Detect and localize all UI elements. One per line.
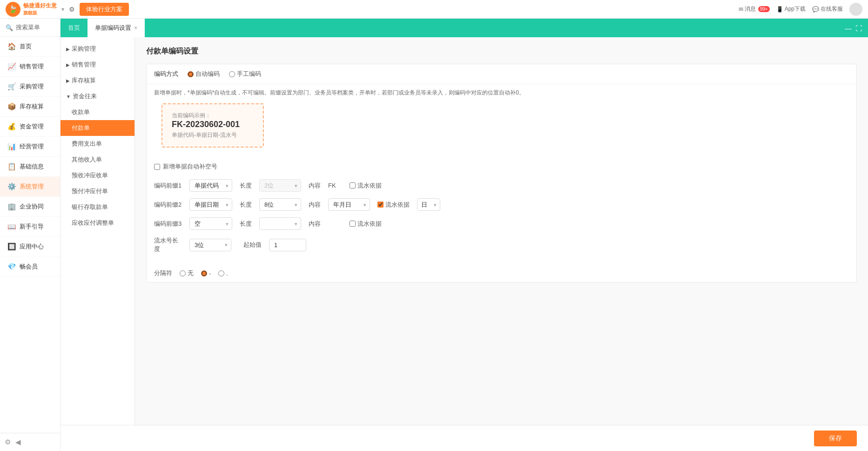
prefix-row-2: 编码前缀2 单据日期 单据代码 空 长度 <box>154 198 849 211</box>
sidebar-system-label: 系统管理 <box>20 182 44 191</box>
sub-leaf-prepay-pay[interactable]: 预付冲应付单 <box>61 183 135 199</box>
service-icon: 💬 <box>812 6 819 13</box>
prefix3-select[interactable]: 空 单据代码 单据日期 <box>189 217 232 230</box>
tab-minimize-icon[interactable]: — <box>845 24 852 32</box>
sidebar-item-corp[interactable]: 🏢 企业协同 <box>0 197 60 217</box>
sidebar-purchase-label: 采购管理 <box>20 82 44 91</box>
prefix3-stream-check: 流水依据 <box>350 220 382 228</box>
tab-home-label: 首页 <box>68 24 80 32</box>
manual-encode-option[interactable]: 手工编码 <box>229 70 261 78</box>
sub-leaf-expense[interactable]: 费用支出单 <box>61 136 135 152</box>
sidebar-item-ops[interactable]: 📊 经营管理 <box>0 137 60 157</box>
prefix1-select[interactable]: 单据代码 单据日期 空 <box>189 179 232 192</box>
sidebar-corp-label: 企业协同 <box>20 202 44 211</box>
sep-dash-option[interactable]: - <box>201 270 211 277</box>
tab-current[interactable]: 单据编码设置 × <box>87 19 145 37</box>
dropdown-chevron-icon[interactable]: ▾ <box>61 6 64 13</box>
brand-icon: 🍃 <box>6 2 20 17</box>
sep-dot-option[interactable]: . <box>218 270 228 277</box>
sidebar-item-finance[interactable]: 💰 资金管理 <box>0 117 60 137</box>
sep-dash-radio[interactable] <box>201 270 207 276</box>
explore-btn[interactable]: 体验行业方案 <box>80 3 129 16</box>
manual-encode-radio[interactable] <box>229 71 235 77</box>
tab-expand-icon[interactable]: ⛶ <box>855 24 862 32</box>
chevron-right-icon: ▶ <box>66 47 70 52</box>
sidebar-sales-label: 销售管理 <box>20 62 44 71</box>
sep-dash-label: - <box>209 270 211 277</box>
sidebar-ops-label: 经营管理 <box>20 142 44 151</box>
auto-encode-radio[interactable] <box>188 71 194 77</box>
encoding-method-row: 编码方式 自动编码 手工编码 <box>147 64 856 84</box>
prefix1-content-label: 内容 <box>309 182 321 190</box>
settings-icon[interactable]: ⚙ <box>5 438 11 446</box>
start-value-input[interactable] <box>269 239 306 251</box>
online-service-action[interactable]: 💬 在线客服 <box>812 5 843 13</box>
sub-leaf-prepay-recv[interactable]: 预收冲应收单 <box>61 168 135 183</box>
prefix1-content-value: FK <box>328 182 342 189</box>
sidebar-item-sales[interactable]: 📈 销售管理 <box>0 57 60 77</box>
sidebar-item-stock[interactable]: 📦 库存核算 <box>0 97 60 117</box>
app-download-action[interactable]: 📱 App下载 <box>776 5 806 13</box>
sub-group-stock-header[interactable]: ▶ 库存核算 <box>61 73 135 88</box>
serial-length-select[interactable]: 3位 4位 5位 <box>189 239 231 251</box>
brand: 🍃 畅捷通好生意 旗舰版 <box>6 2 57 17</box>
prefix2-stream-select[interactable]: 日 月 年 <box>417 198 440 211</box>
sub-leaf-receipt[interactable]: 收款单 <box>61 104 135 120</box>
sidebar-item-guide[interactable]: 📖 新手引导 <box>0 217 60 237</box>
prefix1-select-wrap: 单据代码 单据日期 空 <box>189 179 232 192</box>
prefix1-stream-checkbox[interactable] <box>350 182 356 188</box>
tab-home[interactable]: 首页 <box>61 19 87 37</box>
purchase-icon: 🛒 <box>7 82 16 91</box>
prefix3-length-select[interactable] <box>259 217 301 230</box>
sub-group-purchase-header[interactable]: ▶ 采购管理 <box>61 41 135 57</box>
prefix2-select[interactable]: 单据日期 单据代码 空 <box>189 198 232 211</box>
avatar[interactable] <box>849 3 862 16</box>
preview-label: 当前编码示例： <box>172 112 254 120</box>
sep-dot-radio[interactable] <box>218 270 224 276</box>
chevron-right-icon3: ▶ <box>66 78 70 83</box>
sub-group-capital-header[interactable]: ▼ 资金往来 <box>61 88 135 104</box>
auto-encode-option[interactable]: 自动编码 <box>188 70 220 78</box>
message-action[interactable]: ✉ 消息 99+ <box>739 5 770 13</box>
sidebar-item-home[interactable]: 🏠 首页 <box>0 37 60 57</box>
tab-close-icon[interactable]: × <box>134 25 137 31</box>
sub-leaf-payment[interactable]: 付款单 <box>61 120 135 136</box>
prefix2-stream-checkbox[interactable] <box>377 202 384 208</box>
main-panel: 付款单编码设置 编码方式 自动编码 手工编码 <box>135 37 868 425</box>
sub-leaf-bank[interactable]: 银行存取款单 <box>61 199 135 215</box>
sidebar-search[interactable]: 🔍 搜索菜单 <box>0 19 60 37</box>
brand-name: 畅捷通好生意 <box>23 2 57 10</box>
serial-length-label: 流水号长度 <box>154 236 182 253</box>
auto-fill-checkbox[interactable] <box>154 164 160 170</box>
sep-none-option[interactable]: 无 <box>180 269 194 277</box>
preview-desc: 单据代码-单据日期-流水号 <box>172 131 254 139</box>
sub-leaf-adjust[interactable]: 应收应付调整单 <box>61 215 135 231</box>
form-rows: 编码前缀1 单据代码 单据日期 空 长度 <box>147 175 856 264</box>
sales-icon: 📈 <box>7 62 16 71</box>
gear-icon[interactable]: ⚙ <box>69 6 75 13</box>
sub-leaf-income[interactable]: 其他收入单 <box>61 152 135 168</box>
prefix3-stream-checkbox[interactable] <box>350 221 356 227</box>
sub-group-sales-header[interactable]: ▶ 销售管理 <box>61 57 135 73</box>
sidebar-item-basic[interactable]: 📋 基础信息 <box>0 157 60 177</box>
prefix2-content-select[interactable]: 年月日 年月 年 <box>328 198 370 211</box>
search-icon: 🔍 <box>6 24 13 31</box>
prefix1-length-label: 长度 <box>240 182 252 190</box>
serial-length-select-wrap: 3位 4位 5位 <box>189 239 231 251</box>
prefix2-content-wrap: 年月日 年月 年 <box>328 198 370 211</box>
prefix1-stream-label: 流水依据 <box>357 182 382 190</box>
prefix-row-3: 编码前缀3 空 单据代码 单据日期 长度 <box>154 217 849 230</box>
top-bar: 🍃 畅捷通好生意 旗舰版 ▾ ⚙ 体验行业方案 ✉ 消息 99+ 📱 App下载… <box>0 0 868 19</box>
sidebar-finance-label: 资金管理 <box>20 122 44 131</box>
sidebar-item-apps[interactable]: 🔲 应用中心 <box>0 237 60 257</box>
sidebar-item-vip[interactable]: 💎 畅会员 <box>0 257 60 277</box>
prefix1-length-select[interactable]: 2位 <box>259 179 301 192</box>
sep-none-radio[interactable] <box>180 270 186 276</box>
sidebar-item-system[interactable]: ⚙️ 系统管理 <box>0 177 60 197</box>
collapse-icon[interactable]: ◀ <box>15 438 21 446</box>
prefix2-length-select[interactable]: 8位 4位 6位 <box>259 198 301 211</box>
prefix3-content-label: 内容 <box>309 220 321 228</box>
sidebar-item-purchase[interactable]: 🛒 采购管理 <box>0 77 60 97</box>
settings-section: 编码方式 自动编码 手工编码 新增单据时，*单据编码*自动生成，不可编辑。前缀设… <box>146 64 857 283</box>
save-button[interactable]: 保存 <box>814 431 857 446</box>
